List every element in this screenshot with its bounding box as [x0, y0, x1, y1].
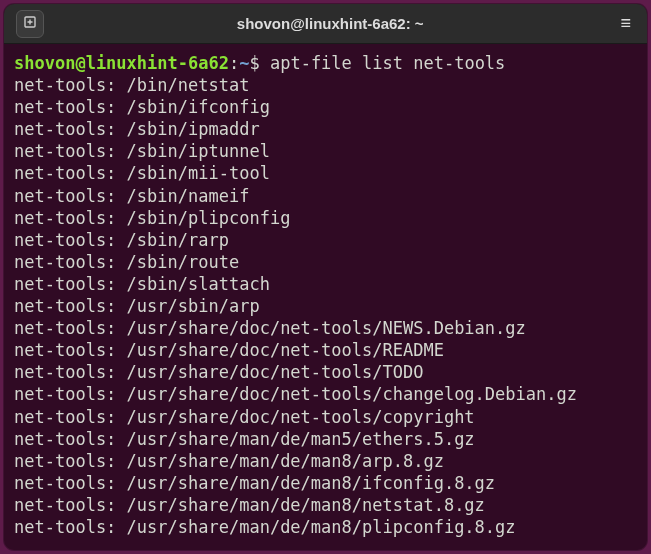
- output-line: net-tools: /usr/share/man/de/man5/ethers…: [14, 428, 637, 450]
- output-path: /sbin/slattach: [127, 274, 270, 294]
- output-prefix: net-tools:: [14, 230, 116, 250]
- output-path: /sbin/iptunnel: [127, 141, 270, 161]
- output-line: net-tools: /usr/share/doc/net-tools/TODO: [14, 361, 637, 383]
- output-line: net-tools: /usr/share/doc/net-tools/copy…: [14, 406, 637, 428]
- prompt-path: ~: [239, 53, 249, 73]
- output-path: /usr/share/doc/net-tools/TODO: [127, 362, 424, 382]
- window-title: shovon@linuxhint-6a62: ~: [237, 15, 424, 32]
- output-path: /sbin/ipmaddr: [127, 119, 260, 139]
- output-path: /bin/netstat: [127, 75, 250, 95]
- output-prefix: net-tools:: [14, 429, 116, 449]
- output-prefix: net-tools:: [14, 163, 116, 183]
- output-path: /usr/share/doc/net-tools/changelog.Debia…: [127, 384, 577, 404]
- new-tab-button[interactable]: [16, 10, 44, 38]
- output-prefix: net-tools:: [14, 141, 116, 161]
- output-path: /sbin/route: [127, 252, 240, 272]
- output-prefix: net-tools:: [14, 274, 116, 294]
- output-line: net-tools: /usr/share/man/de/man8/netsta…: [14, 494, 637, 516]
- output-line: net-tools: /sbin/rarp: [14, 229, 637, 251]
- command-text: [260, 53, 270, 73]
- prompt-user-host: shovon@linuxhint-6a62: [14, 53, 229, 73]
- output-prefix: net-tools:: [14, 517, 116, 537]
- output-prefix: net-tools:: [14, 75, 116, 95]
- output-prefix: net-tools:: [14, 208, 116, 228]
- output-path: /usr/sbin/arp: [127, 296, 260, 316]
- output-line: net-tools: /sbin/plipconfig: [14, 207, 637, 229]
- titlebar-right: ≡: [616, 13, 635, 34]
- output-prefix: net-tools:: [14, 318, 116, 338]
- output-prefix: net-tools:: [14, 407, 116, 427]
- output-path: /usr/share/man/de/man8/plipconfig.8.gz: [127, 517, 516, 537]
- new-tab-icon: [22, 14, 38, 34]
- terminal-window: shovon@linuxhint-6a62: ~ ≡ shovon@linuxh…: [4, 4, 647, 550]
- output-line: net-tools: /usr/share/man/de/man8/ifconf…: [14, 472, 637, 494]
- output-path: /usr/share/man/de/man5/ethers.5.gz: [127, 429, 475, 449]
- output-container: net-tools: /bin/netstatnet-tools: /sbin/…: [14, 74, 637, 538]
- output-path: /usr/share/doc/net-tools/copyright: [127, 407, 475, 427]
- output-prefix: net-tools:: [14, 119, 116, 139]
- output-line: net-tools: /usr/sbin/arp: [14, 295, 637, 317]
- output-line: net-tools: /sbin/slattach: [14, 273, 637, 295]
- output-prefix: net-tools:: [14, 97, 116, 117]
- output-line: net-tools: /bin/netstat: [14, 74, 637, 96]
- output-path: /sbin/mii-tool: [127, 163, 270, 183]
- output-line: net-tools: /sbin/ifconfig: [14, 96, 637, 118]
- output-prefix: net-tools:: [14, 473, 116, 493]
- output-prefix: net-tools:: [14, 362, 116, 382]
- output-path: /usr/share/man/de/man8/arp.8.gz: [127, 451, 444, 471]
- output-prefix: net-tools:: [14, 252, 116, 272]
- titlebar-left: [16, 10, 44, 38]
- output-path: /usr/share/doc/net-tools/NEWS.Debian.gz: [127, 318, 526, 338]
- output-prefix: net-tools:: [14, 384, 116, 404]
- output-prefix: net-tools:: [14, 186, 116, 206]
- prompt-symbol: $: [249, 53, 259, 73]
- output-line: net-tools: /sbin/nameif: [14, 185, 637, 207]
- prompt-line: shovon@linuxhint-6a62:~$ apt-file list n…: [14, 52, 637, 74]
- output-prefix: net-tools:: [14, 340, 116, 360]
- hamburger-icon: ≡: [620, 13, 631, 33]
- output-path: /usr/share/man/de/man8/ifconfig.8.gz: [127, 473, 495, 493]
- output-line: net-tools: /usr/share/doc/net-tools/chan…: [14, 383, 637, 405]
- output-line: net-tools: /usr/share/man/de/man8/arp.8.…: [14, 450, 637, 472]
- output-path: /usr/share/doc/net-tools/README: [127, 340, 444, 360]
- output-prefix: net-tools:: [14, 296, 116, 316]
- output-line: net-tools: /sbin/ipmaddr: [14, 118, 637, 140]
- output-prefix: net-tools:: [14, 495, 116, 515]
- output-path: /sbin/ifconfig: [127, 97, 270, 117]
- prompt-colon: :: [229, 53, 239, 73]
- output-line: net-tools: /usr/share/man/de/man8/plipco…: [14, 516, 637, 538]
- output-line: net-tools: /sbin/iptunnel: [14, 140, 637, 162]
- command: apt-file list net-tools: [270, 53, 505, 73]
- terminal-body[interactable]: shovon@linuxhint-6a62:~$ apt-file list n…: [4, 44, 647, 546]
- output-path: /sbin/plipconfig: [127, 208, 291, 228]
- output-line: net-tools: /sbin/route: [14, 251, 637, 273]
- output-path: /usr/share/man/de/man8/netstat.8.gz: [127, 495, 485, 515]
- titlebar: shovon@linuxhint-6a62: ~ ≡: [4, 4, 647, 44]
- output-prefix: net-tools:: [14, 451, 116, 471]
- output-path: /sbin/nameif: [127, 186, 250, 206]
- output-line: net-tools: /sbin/mii-tool: [14, 162, 637, 184]
- menu-button[interactable]: ≡: [616, 13, 635, 34]
- output-line: net-tools: /usr/share/doc/net-tools/NEWS…: [14, 317, 637, 339]
- output-path: /sbin/rarp: [127, 230, 229, 250]
- output-line: net-tools: /usr/share/doc/net-tools/READ…: [14, 339, 637, 361]
